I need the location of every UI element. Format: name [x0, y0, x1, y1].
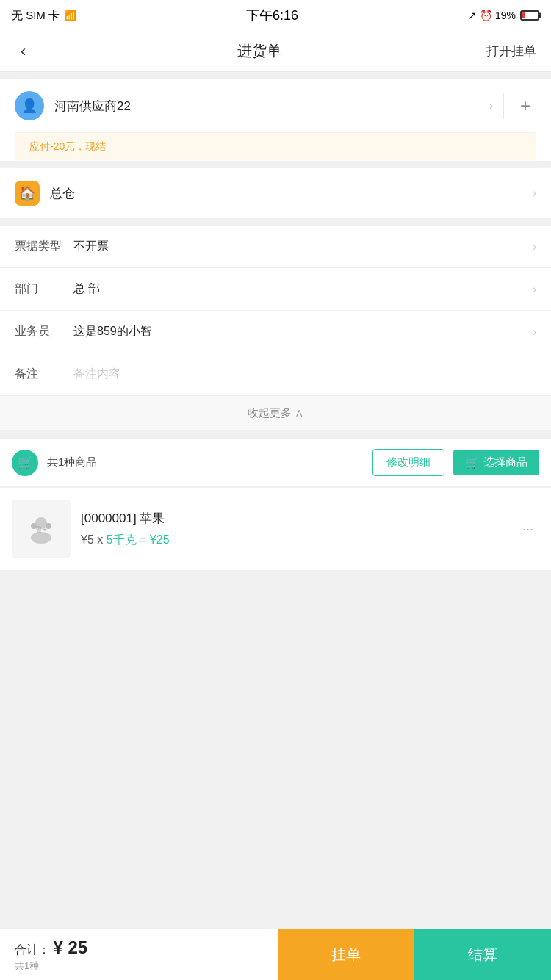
- price-per-unit: ¥5: [81, 533, 94, 546]
- invoice-chevron-icon: ›: [533, 240, 536, 253]
- footer-spacer: [0, 570, 551, 629]
- warehouse-section: 🏠 总仓 ›: [0, 168, 551, 218]
- settle-button[interactable]: 结算: [414, 929, 551, 981]
- department-value: 总 部: [73, 281, 533, 297]
- supplier-section: 👤 河南供应商22 › + 应付-20元，现结: [0, 79, 551, 161]
- equals-sign: =: [140, 533, 150, 546]
- warehouse-icon: 🏠: [15, 181, 40, 206]
- product-placeholder-icon: 鲁+: [24, 511, 59, 547]
- total-value: ¥ 25: [53, 937, 87, 957]
- supplier-row[interactable]: 👤 河南供应商22 › +: [15, 79, 536, 133]
- status-bar: 无 SIM 卡 📶 下午6:16 ↗ ⏰ 19%: [0, 0, 551, 31]
- total-label: 合计：: [15, 943, 50, 956]
- warehouse-name: 总仓: [50, 185, 533, 202]
- select-product-icon: 🛒: [465, 456, 479, 469]
- svg-point-1: [31, 532, 51, 544]
- vertical-divider: [503, 93, 504, 119]
- footer-total: 合计： ¥ 25 共1种: [0, 937, 278, 973]
- select-product-button[interactable]: 🛒 选择商品: [453, 450, 539, 475]
- wifi-icon: 📶: [64, 10, 76, 21]
- supplier-name: 河南供应商22: [54, 98, 489, 115]
- notice-bar: 应付-20元，现结: [15, 133, 536, 161]
- select-product-label: 选择商品: [483, 455, 527, 469]
- edit-detail-button[interactable]: 修改明细: [372, 449, 444, 476]
- quantity-value: 5千克: [107, 533, 137, 546]
- salesperson-label: 业务员: [15, 324, 73, 339]
- product-count-label: 共1种商品: [47, 455, 364, 469]
- salesperson-value: 这是859的小智: [73, 324, 533, 339]
- carrier-text: 无 SIM 卡: [12, 9, 60, 23]
- form-section: 票据类型 不开票 › 部门 总 部 › 业务员 这是859的小智 › 备注 备注…: [0, 226, 551, 395]
- svg-text:鲁+: 鲁+: [35, 525, 47, 533]
- product-icon: 🛒: [12, 450, 38, 476]
- status-right: ↗ ⏰ 19%: [468, 10, 539, 21]
- alarm-icon: ⏰: [480, 10, 492, 21]
- department-chevron-icon: ›: [533, 283, 536, 296]
- department-row[interactable]: 部门 总 部 ›: [0, 268, 551, 311]
- product-name: [0000001] 苹果: [81, 510, 516, 527]
- product-info: [0000001] 苹果 ¥5 x 5千克 = ¥25: [81, 510, 516, 548]
- battery-icon: [520, 10, 539, 21]
- products-header: 🛒 共1种商品 修改明细 🛒 选择商品: [0, 439, 551, 486]
- invoice-type-row[interactable]: 票据类型 不开票 ›: [0, 226, 551, 268]
- invoice-type-label: 票据类型: [15, 239, 73, 254]
- location-icon: ↗: [468, 10, 477, 21]
- footer-total-row: 合计： ¥ 25: [15, 937, 263, 958]
- remark-input[interactable]: 备注内容: [73, 367, 536, 382]
- warehouse-row[interactable]: 🏠 总仓 ›: [15, 168, 536, 218]
- remark-row[interactable]: 备注 备注内容: [0, 353, 551, 395]
- warehouse-chevron-icon: ›: [533, 187, 536, 200]
- product-more-button[interactable]: ···: [516, 519, 539, 540]
- product-price: ¥5 x 5千克 = ¥25: [81, 533, 516, 548]
- salesperson-row[interactable]: 业务员 这是859的小智 ›: [0, 311, 551, 353]
- price-separator: x: [97, 533, 106, 546]
- add-supplier-button[interactable]: +: [514, 93, 536, 119]
- top-divider: [0, 72, 551, 79]
- pending-button[interactable]: 挂单: [278, 929, 414, 981]
- open-pending-button[interactable]: 打开挂单: [486, 43, 536, 60]
- battery-text: 19%: [495, 10, 516, 21]
- avatar-icon: 👤: [21, 98, 37, 114]
- footer: 合计： ¥ 25 共1种 挂单 结算: [0, 929, 551, 980]
- product-item: 鲁+ [0000001] 苹果 ¥5 x 5千克 = ¥25 ···: [0, 488, 551, 570]
- salesperson-chevron-icon: ›: [533, 325, 536, 339]
- department-label: 部门: [15, 281, 73, 297]
- collapse-button[interactable]: 收起更多 ∧: [0, 395, 551, 431]
- total-sub: 共1种: [15, 959, 263, 973]
- nav-bar: ‹ 进货单 打开挂单: [0, 31, 551, 72]
- page-title: 进货单: [237, 41, 281, 61]
- remark-label: 备注: [15, 367, 73, 382]
- total-price: ¥25: [150, 533, 170, 546]
- avatar: 👤: [15, 91, 44, 120]
- chevron-right-icon: ›: [489, 99, 493, 112]
- product-thumbnail: 鲁+: [12, 500, 71, 558]
- status-left: 无 SIM 卡 📶: [12, 9, 76, 23]
- invoice-type-value: 不开票: [73, 239, 533, 254]
- cart-icon: 🛒: [18, 455, 33, 470]
- status-time: 下午6:16: [246, 7, 298, 24]
- back-button[interactable]: ‹: [15, 36, 32, 67]
